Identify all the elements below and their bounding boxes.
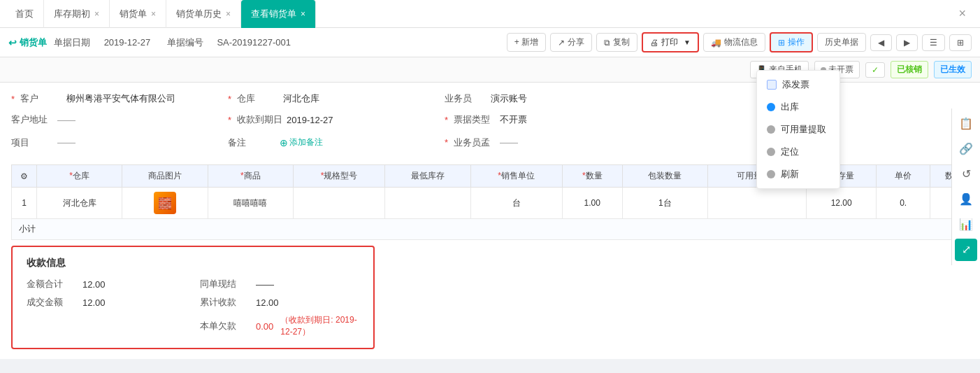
close-tab-history[interactable]: ×: [226, 9, 231, 19]
share-button[interactable]: ↗ 分享: [550, 33, 592, 52]
row-current-stock: 12.00: [807, 188, 877, 219]
logistics-button[interactable]: 🚚 物流信息: [703, 33, 765, 52]
table-row: 1 河北仓库 🧱 嘻嘻嘻嘻 台 1.00 1台: [12, 188, 969, 219]
doc-title-area: ↩ 销货单 单据日期 2019-12-27 单据编号 SA-20191227-0…: [8, 36, 503, 49]
col-min-stock: 最低库存: [385, 165, 470, 188]
row-available: [708, 188, 807, 219]
col-warehouse: *仓库: [37, 165, 122, 188]
refresh-icon: [767, 170, 775, 178]
number-value: SA-20191227-001: [217, 37, 291, 48]
effective-badge: 已生效: [934, 61, 972, 78]
dropdown-outbound[interactable]: 出库: [757, 96, 840, 118]
payment-grid: 金额合计 12.00 同单现结 —— 成交金额 12.00 累计收款 12.00: [27, 278, 359, 338]
logistics-icon: 🚚: [711, 38, 721, 48]
toolbar-actions: + 新增 ↗ 分享 ⧉ 复制 🖨 打印 ▼ 🚚 物流信息 ⊞ 操作: [507, 32, 972, 52]
close-tab-view[interactable]: ×: [301, 9, 305, 19]
available-qty-icon: [767, 125, 775, 134]
row-sales-unit: 台: [470, 188, 562, 219]
warehouse-field: * 仓库 河北仓库: [228, 92, 424, 105]
row-spec: [294, 188, 385, 219]
ticket-type-field: * 票据类型 不开票: [445, 113, 640, 126]
col-spec: *规格型号: [294, 165, 385, 188]
close-tab-sales[interactable]: ×: [151, 9, 156, 19]
col-package-qty: 包装数量: [622, 165, 707, 188]
payment-accumulated-row: 累计收款 12.00: [200, 296, 359, 309]
tab-home[interactable]: 首页: [6, 0, 44, 28]
tab-sales-history[interactable]: 销货单历史 ×: [166, 0, 241, 28]
payment-total-row: 金额合计 12.00: [27, 278, 186, 290]
tab-inventory-init[interactable]: 库存期初 ×: [44, 0, 110, 28]
payment-title: 收款信息: [27, 257, 359, 269]
tab-view-sales[interactable]: 查看销货单 ×: [241, 0, 316, 28]
outbound-icon: [767, 103, 775, 111]
print-button[interactable]: 🖨 打印 ▼: [642, 32, 699, 52]
col-image: 商品图片: [122, 165, 208, 188]
copy-button[interactable]: ⧉ 复制: [596, 33, 637, 52]
next-button[interactable]: ▶: [896, 34, 918, 51]
row-image: 🧱: [122, 188, 208, 219]
row-no: 1: [12, 188, 37, 219]
doc-meta: 单据日期 2019-12-27 单据编号 SA-20191227-001: [54, 36, 302, 49]
window-close-button[interactable]: ×: [950, 6, 974, 21]
dropdown-refresh[interactable]: 刷新: [757, 163, 840, 185]
col-quantity: *数量: [562, 165, 622, 188]
operation-icon: ⊞: [778, 38, 785, 48]
row-quantity: 1.00: [562, 188, 622, 219]
history-button[interactable]: 历史单据: [817, 33, 866, 52]
prev-button[interactable]: ◀: [870, 34, 892, 51]
tab-sales-order[interactable]: 销货单 ×: [110, 0, 166, 28]
sidebar-icon-user[interactable]: 👤: [955, 188, 977, 211]
payment-section: 收款信息 金额合计 12.00 同单现结 —— 成交金额 12.00 累计收款 …: [11, 246, 375, 349]
row-min-stock: [385, 188, 470, 219]
project-field: 项目 ——: [11, 136, 207, 149]
list-view-button[interactable]: ☰: [922, 34, 945, 51]
dropdown-add-invoice[interactable]: 添发票: [757, 73, 840, 96]
sidebar-icon-clipboard[interactable]: 📋: [955, 113, 977, 135]
dropdown-available-qty[interactable]: 可用量提取: [757, 118, 840, 141]
sidebar-icon-rotate[interactable]: ↺: [955, 163, 977, 185]
staff-field: 业务员 演示账号: [445, 92, 640, 105]
doc-type-label: ↩ 销货单: [8, 36, 47, 49]
row-product: 嘻嘻嘻嘻: [208, 188, 293, 219]
customer-field: * 客户 柳州粤港平安气体有限公司: [11, 92, 207, 105]
col-unit-price: 单价: [877, 165, 930, 188]
doc-toolbar: ↩ 销货单 单据日期 2019-12-27 单据编号 SA-20191227-0…: [0, 28, 980, 57]
col-sales-unit: *销售单位: [470, 165, 562, 188]
new-button[interactable]: + 新增: [507, 33, 546, 52]
subtotal-label: 小计: [12, 219, 969, 240]
payment-same-order-row: 同单现结 ——: [200, 278, 359, 290]
confirm-button[interactable]: ✓: [865, 62, 885, 78]
dropdown-locate[interactable]: 定位: [757, 141, 840, 163]
cancelled-badge: 已核销: [891, 61, 928, 78]
date-label: 单据日期: [54, 37, 90, 48]
sidebar-icon-chart[interactable]: 📊: [955, 213, 977, 236]
locate-icon: [767, 148, 775, 156]
print-dropdown-icon: ▼: [684, 38, 691, 46]
address-field: 客户地址 ——: [11, 113, 207, 126]
copy-icon: ⧉: [604, 38, 610, 48]
confirm-icon: ✓: [872, 65, 879, 75]
col-settings[interactable]: ⚙: [12, 165, 37, 188]
sidebar-icon-expand[interactable]: ⤢: [955, 239, 977, 261]
add-invoice-icon: [767, 80, 777, 90]
share-icon: ↗: [558, 38, 565, 48]
product-image: 🧱: [154, 192, 176, 214]
payment-transaction-row: 成交金额 12.00: [27, 296, 186, 309]
add-remark-button[interactable]: ⊕ 添加备注: [274, 134, 329, 150]
remark-field: 备注 ⊕ 添加备注: [228, 134, 424, 150]
operation-button[interactable]: ⊞ 操作: [770, 32, 813, 52]
close-tab-inventory[interactable]: ×: [94, 9, 99, 19]
right-sidebar: 📋 🔗 ↺ 👤 📊 ⤢: [951, 108, 980, 265]
number-label: 单据编号: [167, 37, 203, 48]
due-date-field: * 收款到期日 2019-12-27: [228, 113, 424, 126]
row-package-qty: 1台: [622, 188, 707, 219]
salesperson-field: * 业务员孟 ——: [445, 136, 640, 149]
col-product: *商品: [208, 165, 293, 188]
grid-view-button[interactable]: ⊞: [949, 34, 972, 51]
add-icon: ⊕: [280, 137, 288, 148]
tab-bar: 首页 库存期初 × 销货单 × 销货单历史 × 查看销货单 × ×: [0, 0, 980, 28]
print-icon: 🖨: [650, 38, 658, 48]
date-value: 2019-12-27: [104, 37, 151, 48]
sidebar-icon-link[interactable]: 🔗: [955, 138, 977, 160]
row-unit-price: 0.: [877, 188, 930, 219]
